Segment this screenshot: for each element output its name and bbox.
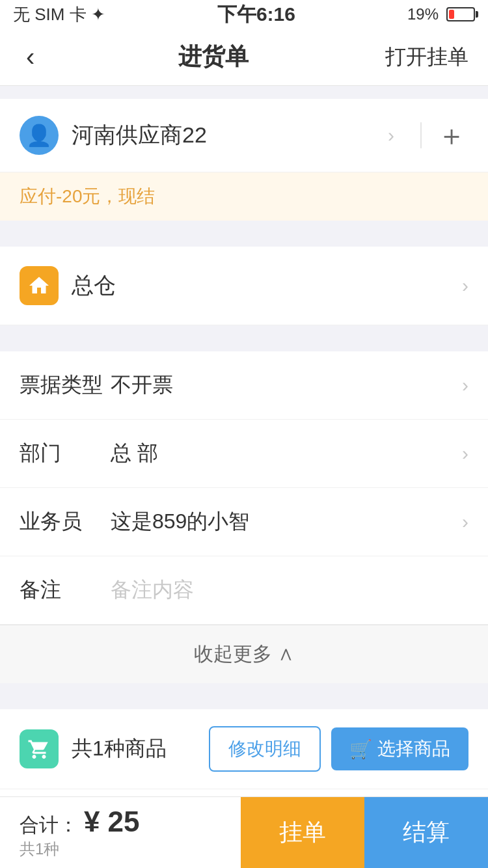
products-icon-wrap bbox=[20, 729, 59, 768]
select-product-icon: 🛒 bbox=[349, 739, 372, 760]
remark-label: 备注 bbox=[20, 576, 111, 604]
remark-value: 备注内容 bbox=[111, 576, 468, 604]
warehouse-row[interactable]: 总仓 › bbox=[0, 247, 488, 325]
total-row: 合计： ¥ 25 bbox=[20, 806, 221, 839]
notice-text: 应付-20元，现结 bbox=[20, 186, 155, 206]
collapse-bar[interactable]: 收起更多 ∧ bbox=[0, 625, 488, 683]
status-bar: 无 SIM 卡 ✦ 下午6:16 19% bbox=[0, 0, 488, 29]
battery-fill bbox=[449, 10, 454, 19]
salesperson-label: 业务员 bbox=[20, 508, 111, 536]
battery-icon bbox=[446, 7, 475, 21]
department-value: 总 部 bbox=[111, 439, 462, 468]
supplier-chevron-icon: › bbox=[388, 124, 394, 146]
supplier-section: 👤 河南供应商22 › ＋ 应付-20元，现结 bbox=[0, 99, 488, 221]
hang-button[interactable]: 挂单 bbox=[241, 797, 364, 868]
person-icon: 👤 bbox=[26, 123, 52, 148]
department-chevron-icon: › bbox=[462, 442, 468, 465]
total-section: 合计： ¥ 25 共1种 bbox=[0, 797, 241, 868]
salesperson-chevron-icon: › bbox=[462, 511, 468, 533]
warehouse-icon bbox=[27, 274, 51, 297]
fields-section: 票据类型 不开票 › 部门 总 部 › 业务员 这是859的小智 › 备注 备注… bbox=[0, 351, 488, 683]
salesperson-row[interactable]: 业务员 这是859的小智 › bbox=[0, 488, 488, 556]
divider-2 bbox=[0, 325, 488, 338]
department-label: 部门 bbox=[20, 439, 111, 468]
bottom-bar: 合计： ¥ 25 共1种 挂单 结算 bbox=[0, 796, 488, 868]
battery-percent: 19% bbox=[407, 5, 439, 23]
invoice-type-value: 不开票 bbox=[111, 371, 462, 400]
warehouse-chevron-icon: › bbox=[462, 275, 468, 297]
supplier-name: 河南供应商22 bbox=[72, 120, 388, 150]
products-count: 共1种商品 bbox=[72, 735, 209, 763]
nav-bar: ‹ 进货单 打开挂单 bbox=[0, 29, 488, 86]
products-header: 共1种商品 修改明细 🛒 选择商品 bbox=[0, 709, 488, 789]
remark-row[interactable]: 备注 备注内容 bbox=[0, 556, 488, 625]
divider-1 bbox=[0, 221, 488, 234]
supplier-divider bbox=[420, 122, 422, 148]
page-title: 进货单 bbox=[178, 41, 249, 73]
warehouse-label: 总仓 bbox=[72, 271, 462, 301]
products-icon bbox=[27, 737, 51, 761]
supplier-row[interactable]: 👤 河南供应商22 › ＋ bbox=[0, 99, 488, 172]
invoice-type-label: 票据类型 bbox=[20, 371, 111, 400]
warehouse-icon-wrap bbox=[20, 266, 59, 305]
edit-detail-button[interactable]: 修改明细 bbox=[209, 726, 321, 772]
total-count: 共1种 bbox=[20, 839, 221, 860]
add-icon[interactable]: ＋ bbox=[435, 116, 468, 155]
invoice-type-chevron-icon: › bbox=[462, 374, 468, 396]
notice-bar: 应付-20元，现结 bbox=[0, 172, 488, 221]
total-label: 合计： bbox=[20, 814, 78, 835]
status-battery: 19% bbox=[407, 5, 475, 23]
divider-3 bbox=[0, 683, 488, 696]
salesperson-value: 这是859的小智 bbox=[111, 508, 462, 536]
department-row[interactable]: 部门 总 部 › bbox=[0, 420, 488, 488]
select-product-label: 选择商品 bbox=[377, 737, 450, 761]
open-hang-button[interactable]: 打开挂单 bbox=[385, 43, 468, 72]
status-signal: 无 SIM 卡 ✦ bbox=[13, 3, 105, 26]
supplier-avatar: 👤 bbox=[20, 116, 59, 155]
warehouse-section: 总仓 › bbox=[0, 247, 488, 325]
select-product-button[interactable]: 🛒 选择商品 bbox=[331, 727, 468, 770]
invoice-type-row[interactable]: 票据类型 不开票 › bbox=[0, 351, 488, 420]
back-button[interactable]: ‹ bbox=[20, 36, 41, 78]
collapse-label: 收起更多 ∧ bbox=[194, 643, 293, 664]
settle-button[interactable]: 结算 bbox=[364, 797, 488, 868]
status-time: 下午6:16 bbox=[217, 1, 295, 28]
total-amount: ¥ 25 bbox=[84, 806, 140, 837]
